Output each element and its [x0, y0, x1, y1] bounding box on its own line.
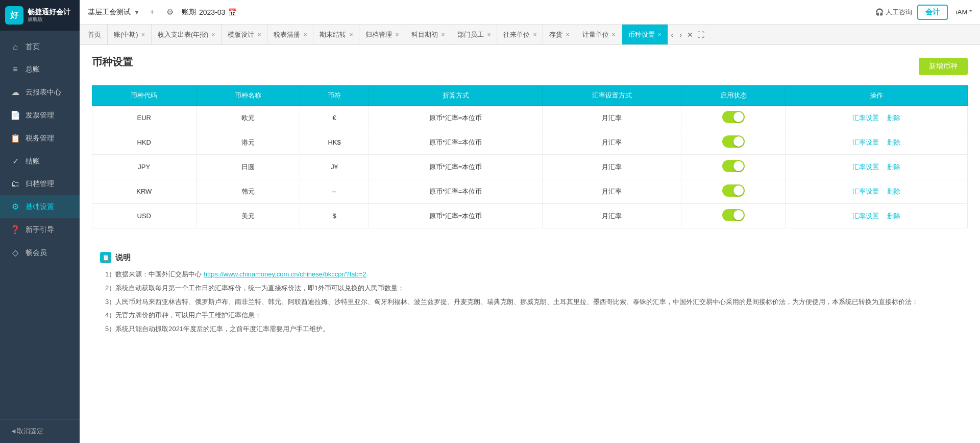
cell-actions-row3: 汇率设置删除	[786, 179, 968, 204]
action-汇率设置-row4[interactable]: 汇率设置	[852, 212, 879, 220]
close-all-tabs-button[interactable]: ✕	[685, 31, 695, 39]
sidebar-item-ledger[interactable]: ≡ 总账	[0, 58, 80, 81]
toggle-row3[interactable]	[722, 184, 745, 197]
notice-link[interactable]: https://www.chinamoney.com.cn/chinese/bk…	[204, 270, 366, 278]
action-汇率设置-row1[interactable]: 汇率设置	[852, 138, 879, 146]
action-删除-row3[interactable]: 删除	[887, 188, 900, 195]
tab-period-label: 账(中期)	[114, 30, 138, 39]
tab-contacts-close[interactable]: ×	[533, 31, 536, 38]
content-area: 币种设置 新增币种 币种代码 币种名称 币符 折算方式 汇率设置方式 启用状态 …	[80, 45, 980, 443]
sidebar-item-home[interactable]: ⌂ 首页	[0, 36, 80, 58]
company-settings-button[interactable]: ⚙	[164, 5, 176, 19]
add-company-button[interactable]: ＋	[146, 5, 158, 19]
cell-row0-col2: €	[300, 106, 369, 130]
action-删除-row1[interactable]: 删除	[887, 138, 900, 146]
tab-inventory[interactable]: 存货 ×	[543, 25, 576, 45]
cell-row3-col1: 韩元	[196, 179, 300, 204]
toggle-row0[interactable]	[722, 111, 745, 123]
home-icon: ⌂	[10, 42, 20, 52]
tab-contacts[interactable]: 往来单位 ×	[497, 25, 543, 45]
tabs-bar: 首页 账(中期) × 收入支出表(年报) × 模版设计 × 税表清册 × 期末结…	[80, 25, 980, 45]
action-删除-row0[interactable]: 删除	[887, 114, 900, 122]
tab-template-close[interactable]: ×	[257, 31, 261, 38]
currency-table: 币种代码 币种名称 币符 折算方式 汇率设置方式 启用状态 操作 EUR欧元€原…	[92, 85, 968, 228]
tab-currency-close[interactable]: ×	[658, 31, 662, 38]
account-button[interactable]: 会计	[917, 5, 948, 20]
service-button[interactable]: 🎧 人工咨询	[875, 8, 912, 17]
tab-home-label: 首页	[88, 30, 101, 39]
cell-row2-col0: JPY	[92, 155, 197, 179]
sidebar-item-guide[interactable]: ❓ 新手引导	[0, 218, 80, 241]
tab-archive[interactable]: 归档管理 ×	[359, 25, 405, 45]
sidebar-item-checkout-label: 结账	[26, 157, 40, 166]
settings-icon: ⚙	[10, 202, 20, 212]
sidebar-item-reports[interactable]: ☁ 云报表中心	[0, 81, 80, 104]
sidebar-item-guide-label: 新手引导	[26, 225, 54, 235]
action-汇率设置-row2[interactable]: 汇率设置	[852, 163, 879, 171]
reports-icon: ☁	[10, 87, 20, 97]
company-dropdown-icon: ▼	[134, 9, 140, 16]
new-currency-button[interactable]: 新增币种	[919, 58, 968, 75]
action-汇率设置-row3[interactable]: 汇率设置	[852, 188, 879, 195]
sidebar-pin[interactable]: ◄取消固定	[0, 419, 80, 443]
cell-row0-col1: 欧元	[196, 106, 300, 130]
tab-prev-button[interactable]: ‹	[668, 31, 677, 39]
tab-period-end-close[interactable]: ×	[349, 31, 353, 38]
col-calc: 折算方式	[369, 86, 542, 106]
cell-row0-col4: 月汇率	[543, 106, 681, 130]
tab-archive-close[interactable]: ×	[395, 31, 399, 38]
tab-income-close[interactable]: ×	[211, 31, 215, 38]
col-code: 币种代码	[92, 86, 197, 106]
tab-subject[interactable]: 科目期初 ×	[405, 25, 451, 45]
tab-period[interactable]: 账(中期) ×	[108, 25, 152, 45]
cell-row4-col2: $	[300, 204, 369, 228]
tab-tax-list[interactable]: 税表清册 ×	[267, 25, 313, 45]
cell-row2-col4: 月汇率	[543, 155, 681, 179]
tab-tax-close[interactable]: ×	[303, 31, 307, 38]
tab-subject-close[interactable]: ×	[441, 31, 445, 38]
tab-income-report[interactable]: 收入支出表(年报) ×	[152, 25, 222, 45]
tab-dept-close[interactable]: ×	[487, 31, 491, 38]
period-label: 账期	[182, 8, 196, 17]
col-status: 启用状态	[681, 86, 786, 106]
expand-button[interactable]: ⛶	[695, 31, 706, 39]
tab-inventory-close[interactable]: ×	[566, 31, 569, 38]
toggle-row4[interactable]	[722, 209, 745, 221]
sidebar-item-member[interactable]: ◇ 畅会员	[0, 241, 80, 264]
sidebar-item-settings[interactable]: ⚙ 基础设置	[0, 195, 80, 218]
company-selector[interactable]: 基层工会测试 ▼	[88, 8, 140, 17]
topbar: 基层工会测试 ▼ ＋ ⚙ 账期 2023-03 📅 🎧 人工咨询 会计 iAM …	[80, 0, 980, 25]
tab-period-end[interactable]: 期末结转 ×	[313, 25, 359, 45]
guide-icon: ❓	[10, 225, 20, 235]
tab-home[interactable]: 首页	[82, 25, 108, 45]
tab-currency[interactable]: 币种设置 ×	[622, 25, 668, 45]
toggle-row2[interactable]	[722, 160, 745, 172]
sidebar-item-invoice[interactable]: 📄 发票管理	[0, 104, 80, 127]
table-row: HKD港元HK$原币*汇率=本位币月汇率汇率设置删除	[92, 130, 968, 155]
sidebar-item-tax[interactable]: 📋 税务管理	[0, 127, 80, 150]
tab-income-label: 收入支出表(年报)	[158, 30, 209, 39]
notice-heading: 说明	[115, 253, 131, 263]
sidebar-item-archive[interactable]: 🗂 归档管理	[0, 173, 80, 195]
sidebar-item-reports-label: 云报表中心	[26, 88, 61, 97]
tab-contacts-label: 往来单位	[503, 30, 530, 39]
cell-row1-col3: 原币*汇率=本位币	[369, 130, 542, 155]
tab-template[interactable]: 模版设计 ×	[222, 25, 267, 45]
tab-next-button[interactable]: ›	[676, 31, 685, 39]
tab-period-close[interactable]: ×	[141, 31, 145, 38]
tab-unit-close[interactable]: ×	[612, 31, 616, 38]
toggle-row1[interactable]	[722, 135, 745, 148]
cell-row2-col2: J¥	[300, 155, 369, 179]
table-row: EUR欧元€原币*汇率=本位币月汇率汇率设置删除	[92, 106, 968, 130]
tab-unit[interactable]: 计量单位 ×	[576, 25, 622, 45]
period-selector[interactable]: 账期 2023-03 📅	[182, 8, 237, 17]
sidebar-item-tax-label: 税务管理	[26, 134, 54, 143]
action-删除-row4[interactable]: 删除	[887, 212, 900, 220]
sidebar-item-checkout[interactable]: ✓ 结账	[0, 150, 80, 173]
action-删除-row2[interactable]: 删除	[887, 163, 900, 171]
action-汇率设置-row0[interactable]: 汇率设置	[852, 114, 879, 122]
cell-row3-col3: 原币*汇率=本位币	[369, 179, 542, 204]
logo-sub: 旗舰版	[28, 16, 70, 23]
tab-dept[interactable]: 部门员工 ×	[451, 25, 497, 45]
pin-label: ◄取消固定	[10, 427, 43, 436]
